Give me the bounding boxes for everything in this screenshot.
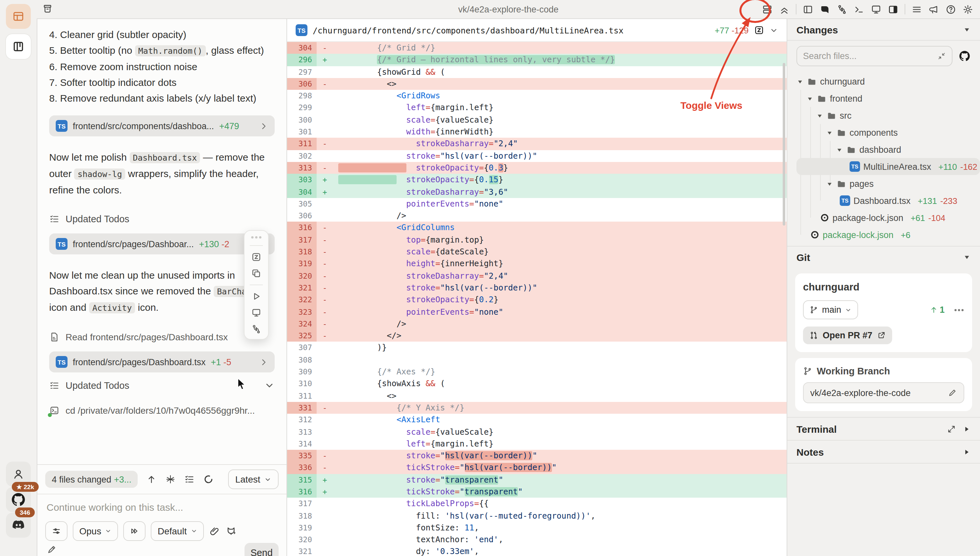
commits-ahead[interactable]: 1: [930, 305, 944, 315]
title-bar: vk/4e2a-explore-the-code: [37, 0, 980, 19]
settings-icon[interactable]: [962, 3, 974, 15]
github-icon[interactable]: [958, 50, 971, 62]
expand-icon[interactable]: [947, 425, 956, 433]
files-changed-pill[interactable]: 4 files changed +3...: [45, 471, 138, 488]
monitor-icon[interactable]: [870, 3, 882, 15]
spark-icon[interactable]: [166, 474, 176, 485]
more-icon[interactable]: [954, 305, 964, 315]
expand-triangle-icon: [962, 425, 971, 433]
attach-icon[interactable]: [209, 525, 220, 537]
composer: 4 files changed +3... Latest Continue wo…: [37, 464, 286, 556]
line-number: 319: [287, 522, 316, 534]
copy-icon[interactable]: [251, 268, 262, 279]
diff-row: 319 fontSize: 11,: [287, 522, 786, 534]
terminal-icon[interactable]: [854, 3, 865, 15]
diff-scrollbar[interactable]: [783, 63, 785, 226]
menu-icon[interactable]: [911, 3, 922, 15]
tree-item-label: pages: [849, 179, 874, 189]
model-dropdown[interactable]: Opus: [73, 521, 118, 541]
diff-row: 311 <>: [287, 390, 786, 402]
terminal-command-row[interactable]: cd /private/var/folders/10/h7w0q46556ggr…: [49, 405, 274, 416]
diff-marker: -: [316, 330, 338, 342]
folder-icon: [807, 76, 817, 86]
edit-icon[interactable]: [948, 388, 957, 397]
line-number: 312: [287, 414, 316, 426]
collapse-tree-icon[interactable]: [937, 52, 946, 60]
scroll-up-icon[interactable]: [147, 474, 157, 485]
chat-paragraph: Now let me clean up the unused imports i…: [49, 268, 274, 316]
tree-item-package-lock-json[interactable]: package-lock.json+61-104: [796, 209, 980, 226]
diff-row: 321- stroke="hsl(var(--border))": [287, 282, 786, 294]
chip-file-path: frontend/src/pages/Dashboard.tsx: [73, 357, 205, 367]
todos-icon[interactable]: [184, 474, 195, 485]
left-panel-icon[interactable]: [802, 3, 814, 15]
line-number: 336: [287, 462, 316, 474]
search-files-input[interactable]: Search files...: [796, 46, 953, 66]
tree-item-src[interactable]: src: [796, 107, 980, 124]
announcements-icon[interactable]: [928, 3, 940, 15]
todo-row[interactable]: Updated Todos: [49, 380, 274, 391]
tree-item-dashboard-tsx[interactable]: TSDashboard.tsx+131-233: [796, 192, 980, 209]
git-compare-icon[interactable]: [251, 324, 262, 335]
chevron-down-icon[interactable]: [770, 26, 778, 34]
todo-row[interactable]: Updated Todos: [49, 214, 274, 224]
tree-item-package-lock-json[interactable]: package-lock.json+6: [796, 226, 980, 243]
message-input[interactable]: Continue working on this task...: [37, 495, 286, 520]
help-icon[interactable]: [945, 3, 956, 15]
run-icon[interactable]: [251, 291, 262, 302]
preview-icon[interactable]: [251, 307, 262, 318]
read-file-row[interactable]: Read frontend/src/pages/Dashboard.tsx: [49, 332, 274, 342]
terminal-section[interactable]: Terminal: [787, 417, 980, 440]
diff-row: 304- {/* Grid */}: [287, 42, 786, 54]
toggle-views-icon[interactable]: [762, 3, 773, 15]
file-diff-chip[interactable]: TSfrontend/src/pages/Dashboard.tsx+1 -5: [49, 351, 274, 372]
tune-button[interactable]: [45, 521, 68, 541]
diff-marker: +: [316, 186, 338, 198]
diff-mode-icon[interactable]: [754, 25, 764, 36]
mode-dropdown[interactable]: Default: [151, 521, 204, 541]
notes-section[interactable]: Notes: [787, 440, 980, 463]
tree-item-label: churnguard: [820, 76, 865, 86]
diff-row: 317- top={margin.top}: [287, 234, 786, 246]
file-diff-chip[interactable]: TSfrontend/src/pages/Dashboar...+130 -2: [49, 233, 274, 254]
open-pr-button[interactable]: Open PR #7: [803, 326, 892, 344]
highlighter-icon[interactable]: [47, 543, 58, 555]
folder-icon: [827, 110, 836, 120]
tree-item-components[interactable]: components: [796, 124, 980, 141]
changes-section-header[interactable]: Changes: [787, 19, 980, 40]
diff-row: 300 scale={valueScale}: [287, 114, 786, 126]
send-button[interactable]: Send: [244, 543, 279, 556]
fast-forward-button[interactable]: [124, 521, 146, 541]
git-compare-icon[interactable]: [836, 3, 848, 15]
tree-item-pages[interactable]: pages: [796, 175, 980, 192]
cat-icon[interactable]: [226, 525, 237, 537]
drag-handle-icon[interactable]: [250, 235, 262, 239]
right-panel-icon[interactable]: [888, 3, 899, 15]
folder-icon: [836, 179, 846, 189]
code-line: {showAxis && (: [338, 378, 786, 390]
diff-view-icon[interactable]: [251, 252, 262, 262]
branch-dropdown[interactable]: main: [803, 300, 858, 319]
tree-item-dashboard[interactable]: dashboard: [796, 141, 980, 158]
workspace-layout-button[interactable]: [6, 4, 31, 29]
git-section-header[interactable]: Git: [787, 247, 980, 268]
tree-item-multilinearea-tsx[interactable]: TSMultiLineArea.tsx+110-162: [796, 158, 980, 175]
version-dropdown[interactable]: Latest: [228, 469, 279, 489]
diff-marker: -: [316, 450, 338, 462]
discord-button[interactable]: 346: [6, 513, 31, 538]
code-line: </>: [338, 330, 786, 342]
git-repo-card: churnguard main 1 Open PR #7: [795, 273, 972, 352]
diff-code: 304- {/* Grid */}296+ {/* Grid — horizon…: [287, 42, 786, 556]
archive-icon[interactable]: [42, 3, 53, 15]
file-diff-chip[interactable]: TSfrontend/src/components/dashboa...+479: [49, 115, 274, 136]
repo-name: churnguard: [803, 281, 964, 293]
tree-item-churnguard[interactable]: churnguard: [796, 73, 980, 90]
search-placeholder: Search files...: [803, 51, 933, 61]
tree-item-frontend[interactable]: frontend: [796, 90, 980, 107]
collapse-all-icon[interactable]: [779, 3, 790, 15]
kanban-view-button[interactable]: [6, 34, 31, 59]
working-branch-input[interactable]: vk/4e2a-explore-the-code: [803, 382, 964, 403]
line-number: 316: [287, 222, 316, 234]
diff-row: 308: [287, 354, 786, 366]
chat-icon[interactable]: [819, 3, 831, 15]
